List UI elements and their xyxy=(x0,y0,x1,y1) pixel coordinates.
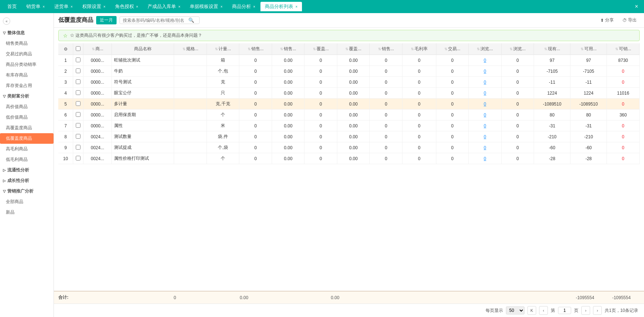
sidebar-item-stock-goods[interactable]: 有库存商品 xyxy=(0,70,54,80)
col-current[interactable]: ⇅现有... xyxy=(534,43,570,55)
nav-home[interactable]: 首页 xyxy=(3,2,21,11)
sidebar-section-marketing[interactable]: ▽ 营销推广分析 xyxy=(0,186,54,197)
table-wrapper[interactable]: ⚙ ⇅商... 商品名称 ⇅规格... ⇅计量... ⇅销售... ⇅销售...… xyxy=(58,43,640,291)
nav-permission-close[interactable]: × xyxy=(103,5,106,9)
col-browse1[interactable]: ⇅浏览... xyxy=(469,43,502,55)
nav-permission[interactable]: 权限设置 × xyxy=(78,2,110,11)
top-nav: 首页 销货单 × 进货单 × 权限设置 × 角色授权 × 产成品入库单 × 单据… xyxy=(0,0,644,13)
sidebar-item-high-coverage[interactable]: 高覆盖度商品 xyxy=(0,123,54,133)
row-checkbox-5[interactable] xyxy=(73,99,83,110)
row-checkbox-10[interactable] xyxy=(73,153,83,164)
nav-warehouse-close[interactable]: × xyxy=(178,5,180,9)
sidebar-item-low-margin[interactable]: 低毛利商品 xyxy=(0,154,54,165)
sidebar-section-wealth[interactable]: ▽ 类财富分析 xyxy=(0,91,54,102)
share-button[interactable]: ⬆ 分享 xyxy=(597,16,617,24)
row-browse1-3[interactable]: 0 xyxy=(469,77,502,88)
row-browse1-2[interactable]: 0 xyxy=(469,66,502,77)
last-page-button[interactable]: › xyxy=(593,306,602,315)
window-close-button[interactable]: × xyxy=(632,2,641,11)
select-all-checkbox[interactable] xyxy=(76,46,80,51)
col-spec[interactable]: ⇅规格... xyxy=(174,43,207,55)
nav-analysis-list[interactable]: 商品分析列表 × xyxy=(260,2,302,11)
row-select-checkbox-9[interactable] xyxy=(76,145,80,150)
sidebar-section-growth[interactable]: ▷ 成长性分析 xyxy=(0,175,54,186)
sidebar-item-category-rate[interactable]: 商品分类动销率 xyxy=(0,59,54,70)
nav-analysis-close[interactable]: × xyxy=(253,5,255,9)
row-select-checkbox-4[interactable] xyxy=(76,90,80,95)
row-select-checkbox-7[interactable] xyxy=(76,123,80,128)
row-select-checkbox-2[interactable] xyxy=(76,68,80,73)
row-select-checkbox-1[interactable] xyxy=(76,58,80,62)
row-checkbox-1[interactable] xyxy=(73,55,83,66)
col-sales-x[interactable]: ⇅销售... xyxy=(370,43,402,55)
col-unit[interactable]: ⇅计量... xyxy=(207,43,239,55)
nav-role-close[interactable]: × xyxy=(136,5,138,9)
row-select-checkbox-3[interactable] xyxy=(76,79,80,84)
sidebar-item-all-goods[interactable]: 全部商品 xyxy=(0,197,54,207)
col-available[interactable]: ⇅可用... xyxy=(570,43,607,55)
nav-purchase-close[interactable]: × xyxy=(71,5,73,9)
first-page-button[interactable]: K xyxy=(527,306,536,315)
col-checkbox-all[interactable] xyxy=(73,43,83,55)
row-select-checkbox-6[interactable] xyxy=(76,112,80,117)
row-checkbox-7[interactable] xyxy=(73,120,83,131)
nav-sales[interactable]: 销货单 × xyxy=(22,2,49,11)
prev-page-button[interactable]: ‹ xyxy=(539,306,548,315)
row-select-checkbox-8[interactable] xyxy=(76,134,80,139)
sidebar-item-low-value[interactable]: 低价值商品 xyxy=(0,112,54,123)
row-browse1-6[interactable]: 0 xyxy=(469,110,502,120)
sidebar-item-stock-capital[interactable]: 库存资金占用 xyxy=(0,80,54,91)
col-browse2[interactable]: ⇅浏览... xyxy=(501,43,534,55)
col-settings[interactable]: ⚙ xyxy=(58,43,73,55)
nav-template[interactable]: 单据模板设置 × xyxy=(185,2,227,11)
col-trade[interactable]: ⇅交易... xyxy=(436,43,469,55)
nav-template-close[interactable]: × xyxy=(220,5,223,9)
row-browse1-10[interactable]: 0 xyxy=(469,153,502,164)
row-browse1-7[interactable]: 0 xyxy=(469,120,502,131)
time-filter-button[interactable]: 近一月 xyxy=(96,16,117,24)
row-browse1-8[interactable]: 0 xyxy=(469,131,502,142)
sidebar-item-sales-goods[interactable]: 销售类商品 xyxy=(0,38,54,49)
row-browse1-5[interactable]: 0 xyxy=(469,99,502,110)
nav-analysis[interactable]: 商品分析 × xyxy=(228,2,260,11)
col-gross-rate[interactable]: ⇅毛利率 xyxy=(402,43,436,55)
col-code[interactable]: ⇅商... xyxy=(83,43,112,55)
sidebar-item-low-coverage[interactable]: 低覆盖度商品 xyxy=(0,133,54,144)
nav-analysis-list-close[interactable]: × xyxy=(295,5,298,9)
sidebar-section-liquidity[interactable]: ▷ 流通性分析 xyxy=(0,165,54,175)
sidebar-item-high-value[interactable]: 高价值商品 xyxy=(0,102,54,112)
row-select-checkbox-10[interactable] xyxy=(76,156,80,161)
next-page-button[interactable]: › xyxy=(581,306,590,315)
row-select-checkbox-5[interactable] xyxy=(76,101,80,106)
col-sales-qty[interactable]: ⇅销售... xyxy=(239,43,272,55)
search-icon[interactable]: 🔍 xyxy=(188,17,194,23)
nav-warehouse[interactable]: 产成品入库单 × xyxy=(143,2,185,11)
col-coverage1[interactable]: ⇅覆盖... xyxy=(305,43,337,55)
sidebar-item-high-margin[interactable]: 高毛利商品 xyxy=(0,144,54,154)
nav-purchase[interactable]: 进货单 × xyxy=(50,2,77,11)
row-checkbox-8[interactable] xyxy=(73,131,83,142)
row-unit-7: 米 xyxy=(207,120,239,131)
row-checkbox-3[interactable] xyxy=(73,77,83,88)
col-sales-amt[interactable]: ⇅销售... xyxy=(272,43,305,55)
row-checkbox-2[interactable] xyxy=(73,66,83,77)
col-coverage2[interactable]: ⇅覆盖... xyxy=(337,43,370,55)
page-size-select[interactable]: 50 20 100 xyxy=(506,306,525,314)
row-browse1-4[interactable]: 0 xyxy=(469,88,502,99)
row-checkbox-9[interactable] xyxy=(73,142,83,153)
sidebar-section-overall[interactable]: ▽ 整体信息 xyxy=(0,28,54,38)
search-input[interactable] xyxy=(123,18,188,23)
sidebar-item-new-goods[interactable]: 新品 xyxy=(0,207,54,218)
row-checkbox-6[interactable] xyxy=(73,110,83,120)
sidebar-item-traded-goods[interactable]: 交易过的商品 xyxy=(0,49,54,59)
row-browse1-9[interactable]: 0 xyxy=(469,142,502,153)
page-number-input[interactable] xyxy=(558,307,571,314)
col-name[interactable]: 商品名称 xyxy=(112,43,174,55)
col-sellable[interactable]: ⇅可销... xyxy=(607,43,640,55)
row-checkbox-4[interactable] xyxy=(73,88,83,99)
export-button[interactable]: ⏱ 导出 xyxy=(620,16,640,24)
nav-sales-close[interactable]: × xyxy=(43,5,45,9)
row-browse1-1[interactable]: 0 xyxy=(469,55,502,66)
sidebar-collapse-button[interactable]: « xyxy=(3,17,10,25)
nav-role[interactable]: 角色授权 × xyxy=(111,2,143,11)
